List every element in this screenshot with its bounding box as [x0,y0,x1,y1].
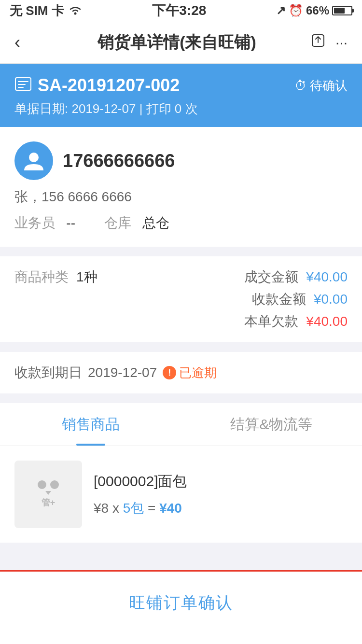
sales-label: 业务员 [14,215,55,230]
carrier-text: 无 SIM 卡 [10,2,64,19]
product-type-value: 1种 [76,268,97,286]
product-item: 管+ [0000002]面包 ¥8 x 5包 = ¥40 [0,446,362,543]
summary-left: 商品种类 1种 [14,268,97,286]
debt-row: 本单欠款 ¥40.00 [244,312,348,331]
customer-name: 张，156 6666 6666 [14,188,348,206]
product-thumbnail: 管+ [14,461,82,528]
status-time: 下午3:28 [152,1,206,20]
overdue-badge: ! 已逾期 [163,364,217,381]
sales-value: -- [66,215,75,230]
product-qty: 5包 [123,501,144,516]
order-id: SA-20191207-002 [14,75,180,96]
svg-point-0 [74,12,76,14]
owl-beak [45,491,51,495]
debt-label: 本单欠款 [244,312,298,331]
status-bar: 无 SIM 卡 下午3:28 ↗ ⏰ 66% [0,0,362,21]
overdue-icon: ! [163,366,176,379]
customer-avatar [14,141,53,180]
customer-section: 17666666666 张，156 6666 6666 业务员 -- 仓库 总仓 [0,127,362,247]
status-clock-icon: ⏱ [294,78,307,93]
product-type-label: 商品种类 [14,268,69,286]
status-right: ↗ ⏰ 66% [276,4,352,17]
summary-section: 商品种类 1种 成交金额 ¥40.00 收款金额 ¥0.00 本单欠款 ¥40.… [0,256,362,342]
order-date: 单据日期: 2019-12-07 | 打印 0 次 [14,100,348,117]
due-date-value: 2019-12-07 [88,365,157,380]
status-left: 无 SIM 卡 [10,2,83,19]
amount-row: 成交金额 ¥40.00 [244,268,348,286]
product-thumb-inner: 管+ [14,461,82,528]
tab-sales-product[interactable]: 销售商品 [0,403,181,446]
due-date-label: 收款到期日 [14,364,82,382]
confirm-order-button[interactable]: 旺铺订单确认 [14,581,348,625]
bottom-bar: 旺铺订单确认 [0,570,362,644]
payment-value: ¥0.00 [314,292,348,307]
share-icon[interactable] [310,33,326,52]
product-price: ¥8 x 5包 = ¥40 [94,499,348,518]
product-name: [0000002]面包 [94,472,348,491]
page-title: 销货单详情(来自旺铺) [97,31,256,54]
tab-settlement[interactable]: 结算&物流等 [181,403,362,446]
tabs-row: 销售商品 结算&物流等 [0,403,362,446]
owl-brand-text: 管+ [42,497,56,508]
location-icon: ↗ [276,4,286,17]
order-header: SA-20191207-002 ⏱ 待确认 单据日期: 2019-12-07 |… [0,64,362,127]
order-icon [14,75,32,96]
warehouse-value: 总仓 [142,215,169,230]
payment-row: 收款金额 ¥0.00 [252,290,348,308]
product-info: [0000002]面包 ¥8 x 5包 = ¥40 [94,472,348,518]
battery-percent: 66% [306,4,329,17]
more-icon[interactable]: ··· [335,34,348,51]
payment-label: 收款金额 [252,290,306,308]
product-total: ¥40 [159,501,182,516]
nav-bar: ‹ 销货单详情(来自旺铺) ··· [0,21,362,64]
due-section: 收款到期日 2019-12-07 ! 已逾期 [0,352,362,393]
debt-value: ¥40.00 [306,314,348,329]
wifi-icon [68,3,83,18]
product-type-row: 商品种类 1种 [14,268,97,286]
back-button[interactable]: ‹ [14,32,43,53]
owl-eye-right [50,480,59,489]
tab-underline [76,444,105,446]
warehouse-meta: 仓库 总仓 [104,214,169,232]
amount-label: 成交金额 [244,268,298,286]
customer-meta: 业务员 -- 仓库 总仓 [14,214,348,232]
warehouse-label: 仓库 [104,215,131,230]
alarm-icon: ⏰ [289,4,303,17]
battery-icon [332,6,352,15]
amount-value: ¥40.00 [306,269,348,285]
price-text: ¥8 x [94,501,123,516]
summary-right: 成交金额 ¥40.00 收款金额 ¥0.00 本单欠款 ¥40.00 [244,268,348,331]
overdue-label: 已逾期 [179,364,217,381]
owl-eyes [38,480,59,489]
nav-actions: ··· [310,33,348,52]
sales-meta: 业务员 -- [14,214,75,232]
order-status: ⏱ 待确认 [294,77,348,94]
order-id-row: SA-20191207-002 ⏱ 待确认 [14,75,348,96]
summary-grid: 商品种类 1种 成交金额 ¥40.00 收款金额 ¥0.00 本单欠款 ¥40.… [14,268,348,331]
tabs-section: 销售商品 结算&物流等 [0,403,362,446]
equals-text: = [144,501,159,516]
customer-row: 17666666666 [14,141,348,180]
owl-eye-left [38,480,46,489]
product-section: 管+ [0000002]面包 ¥8 x 5包 = ¥40 [0,446,362,543]
customer-phone: 17666666666 [63,151,175,171]
svg-point-3 [29,153,39,162]
